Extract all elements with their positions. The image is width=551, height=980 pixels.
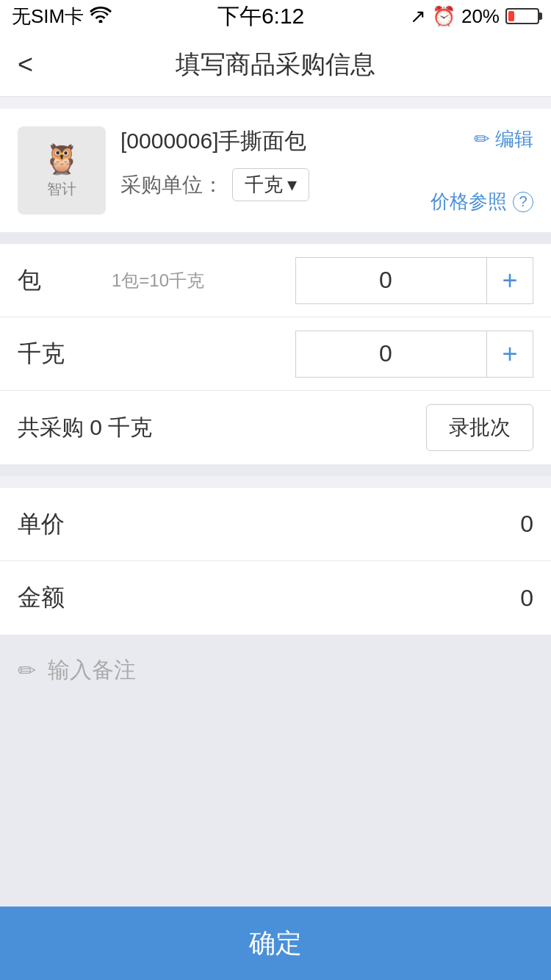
bag-label: 包 [18, 264, 106, 297]
product-name: [0000006]手撕面包 [120, 126, 533, 156]
dropdown-arrow-icon: ▾ [287, 173, 297, 196]
wifi-icon [90, 5, 112, 28]
status-bar: 无SIM卡 下午6:12 ↗ ⏰ 20% [0, 0, 551, 32]
battery-text: 20% [461, 5, 500, 28]
price-ref-label: 价格参照 [431, 189, 507, 215]
back-button[interactable]: < [18, 49, 33, 80]
status-left: 无SIM卡 [12, 4, 112, 29]
edit-button[interactable]: ✏ 编辑 [474, 126, 533, 152]
kg-label: 千克 [18, 338, 106, 370]
price-ref-button[interactable]: 价格参照 ? [431, 189, 533, 215]
note-pencil-icon: ✏ [18, 657, 36, 683]
unit-select[interactable]: 千克 ▾ [232, 168, 309, 201]
kg-input-row: 千克 + [0, 317, 551, 391]
unit-label: 采购单位： [120, 171, 223, 199]
batch-button[interactable]: 录批次 [426, 404, 533, 451]
section-divider-1 [0, 232, 551, 244]
product-owl-icon: 🦉 [43, 142, 80, 176]
location-icon: ↗ [410, 5, 426, 28]
status-right: ↗ ⏰ 20% [410, 5, 539, 28]
amount-label: 金额 [18, 582, 65, 614]
unit-price-row: 单价 0 [0, 488, 551, 561]
input-section: 包 1包=10千克 + 千克 + [0, 244, 551, 391]
bag-input[interactable] [295, 257, 486, 304]
unit-price-value: 0 [520, 511, 533, 538]
product-card: 🦉 智计 [0000006]手撕面包 采购单位： 千克 ▾ ✏ 编辑 价格参照 … [0, 109, 551, 232]
unit-value: 千克 [245, 172, 283, 198]
price-ref-help-icon: ? [513, 192, 533, 212]
kg-input-wrap: + [106, 331, 533, 378]
carrier-text: 无SIM卡 [12, 4, 84, 29]
kg-plus-button[interactable]: + [486, 331, 533, 378]
nav-bar: < 填写商品采购信息 [0, 32, 551, 97]
note-placeholder-text: 输入备注 [48, 655, 136, 685]
kg-input[interactable] [295, 331, 486, 378]
product-image: 🦉 智计 [18, 126, 106, 215]
battery-icon [505, 8, 539, 24]
amount-row: 金额 0 [0, 561, 551, 635]
bag-sublabel: 1包=10千克 [112, 269, 204, 292]
status-time: 下午6:12 [217, 1, 304, 32]
amount-value: 0 [520, 585, 533, 612]
note-section[interactable]: ✏ 输入备注 [0, 635, 551, 706]
section-divider-2 [0, 464, 551, 476]
total-row: 共采购 0 千克 录批次 [0, 391, 551, 464]
product-image-label: 智计 [47, 179, 76, 199]
bottom-spacer [0, 706, 551, 934]
confirm-button[interactable]: 确定 [0, 907, 551, 980]
bag-input-row: 包 1包=10千克 + [0, 244, 551, 317]
unit-price-label: 单价 [18, 508, 65, 541]
alarm-icon: ⏰ [432, 5, 455, 28]
page-title: 填写商品采购信息 [176, 48, 375, 82]
bag-input-wrap: + [204, 257, 533, 304]
total-text: 共采购 0 千克 [18, 413, 152, 443]
bag-plus-button[interactable]: + [486, 257, 533, 304]
price-section: 单价 0 金额 0 [0, 488, 551, 635]
